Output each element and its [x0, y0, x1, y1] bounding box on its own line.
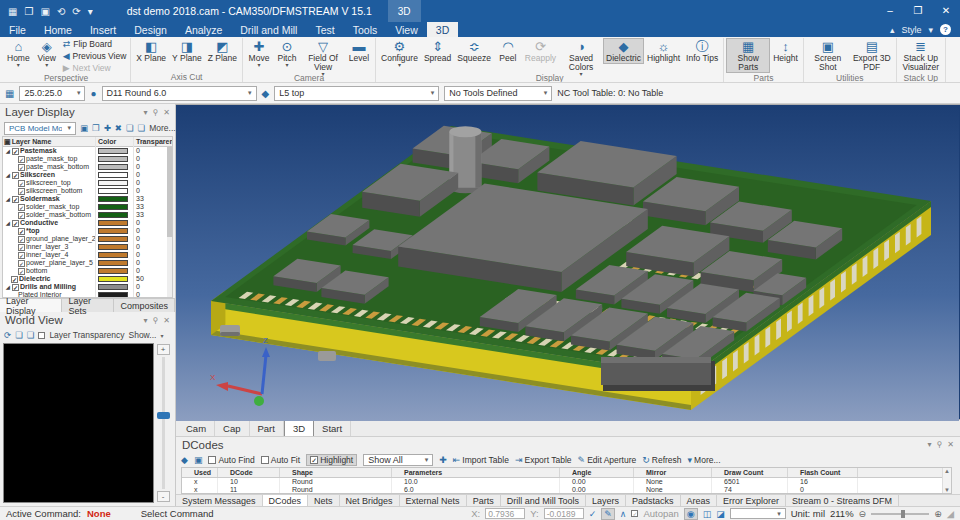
info-tips-button[interactable]: ⓘInfo Tips — [683, 38, 721, 64]
height-button[interactable]: ↕Height — [770, 38, 801, 64]
column-mirror[interactable]: Mirror — [634, 468, 712, 477]
layer-checkbox[interactable]: ✓ — [18, 228, 25, 235]
layer-checkbox[interactable]: ✓ — [18, 260, 25, 267]
layer-checkbox[interactable]: ✓ — [18, 188, 25, 195]
zoom-slider[interactable] — [871, 513, 929, 515]
world-view-zoom-track[interactable] — [162, 357, 165, 489]
layer-color-swatch[interactable] — [98, 204, 128, 210]
layer-checkbox[interactable]: ✓ — [18, 236, 25, 243]
layer-checkbox[interactable]: ✓ — [12, 148, 19, 155]
field-of-view-button[interactable]: ▽Field Of View▾ — [301, 38, 345, 78]
screen-shot-button[interactable]: ▣Screen Shot — [806, 38, 850, 73]
delete-icon[interactable]: ✖ — [115, 123, 122, 133]
layer-row[interactable]: ✓paste_mask_top0 — [3, 155, 172, 163]
zoom-in-icon[interactable]: ⊕ — [934, 509, 942, 519]
autopan-checkbox[interactable]: ✓ — [631, 510, 638, 517]
layer-color-swatch[interactable] — [98, 220, 128, 226]
layer-checkbox[interactable]: ✓ — [18, 244, 25, 251]
layer-checkbox[interactable]: ✓ — [11, 276, 18, 283]
view-button[interactable]: ◈View▾ — [33, 38, 61, 69]
x-plane-button[interactable]: ◧X Plane — [133, 38, 169, 64]
doc-tab-cap[interactable]: Cap — [215, 420, 249, 436]
world-view-zoom-in-button[interactable]: + — [157, 344, 170, 355]
app-icon[interactable]: ▦ — [8, 6, 17, 17]
3d-viewport[interactable]: XZ — [176, 104, 960, 420]
panel-pin-icon[interactable]: ⚲ — [936, 440, 942, 449]
layer-color-swatch[interactable] — [98, 188, 128, 194]
layer-checkbox[interactable]: ✓ — [18, 204, 25, 211]
expander-icon[interactable]: ◢ — [5, 147, 11, 155]
bottom-tab-net-bridges[interactable]: Net Bridges — [340, 495, 400, 506]
doc-tab-3d[interactable]: 3D — [284, 420, 314, 436]
export-table-button[interactable]: ⇥Export Table — [515, 455, 572, 465]
dcode-square-icon[interactable]: ▣ — [194, 455, 203, 465]
scroll-down-icon[interactable]: ▼ — [944, 487, 950, 493]
grid-size-combo[interactable]: 25.0:25.0▾ — [19, 86, 85, 101]
layer-checkbox[interactable]: ✓ — [18, 252, 25, 259]
column-draw-count[interactable]: Draw Count — [712, 468, 788, 477]
panel-dropdown-icon[interactable]: ▾ — [143, 316, 147, 325]
layer-row[interactable]: ✓solder_mask_bottom33 — [3, 211, 172, 219]
layer-row[interactable]: ◢✓Soldermask33 — [3, 195, 172, 203]
column-used[interactable]: Used — [182, 468, 218, 477]
layer-checkbox[interactable]: ✓ — [18, 164, 25, 171]
more-button[interactable]: ▾More... — [688, 455, 721, 465]
menu-drill-and-mill[interactable]: Drill and Mill — [231, 22, 306, 37]
layer-row[interactable]: ◢✓Conductive0 — [3, 219, 172, 227]
layer-checkbox[interactable]: ✓ — [12, 284, 19, 291]
layer-color-swatch[interactable] — [98, 196, 128, 202]
dcode-row[interactable]: x11Round6.00.00None740 — [182, 486, 951, 494]
select-all-icon[interactable]: ▣ — [4, 137, 11, 147]
expander-icon[interactable]: ◢ — [5, 171, 11, 179]
column-flash-count[interactable]: Flash Count — [788, 468, 858, 477]
dcode-diamond-icon[interactable]: ◆ — [181, 455, 188, 465]
layer-row[interactable]: ✓solder_mask_top33 — [3, 203, 172, 211]
menu-home[interactable]: Home — [35, 22, 81, 37]
column-shape[interactable]: Shape — [280, 468, 392, 477]
panel-pin-icon[interactable]: ⚲ — [152, 316, 158, 325]
doc-tab-cam[interactable]: Cam — [178, 420, 215, 436]
checkbox-highlight[interactable]: ✓Highlight — [306, 454, 357, 466]
y-plane-button[interactable]: ◨Y Plane — [169, 38, 205, 64]
bottom-tab-error-explorer[interactable]: Error Explorer — [717, 495, 786, 506]
bottom-tab-external-nets[interactable]: External Nets — [400, 495, 467, 506]
sidebar-tab-composites[interactable]: Composites — [114, 299, 175, 312]
layer-transparency-checkbox[interactable] — [38, 332, 45, 339]
squeeze-button[interactable]: ≎Squeeze — [454, 38, 494, 64]
panel-close-icon[interactable]: ✕ — [163, 316, 170, 325]
measure-angle-icon[interactable]: ∧ — [620, 509, 627, 519]
layer-checkbox[interactable]: ✓ — [12, 220, 19, 227]
layer-color-swatch[interactable] — [98, 244, 128, 250]
layer-color-swatch[interactable] — [98, 180, 128, 186]
dcode-row[interactable]: x10Round10.00.00None650116 — [182, 478, 951, 486]
panel-dropdown-icon[interactable]: ▾ — [927, 440, 931, 449]
minimize-button[interactable]: – — [876, 0, 904, 22]
stack-up-visualizer-button[interactable]: ≣Stack Up Visualizer — [899, 38, 943, 73]
bottom-tab-nets[interactable]: Nets — [308, 495, 340, 506]
bottom-tab-dcodes[interactable]: DCodes — [263, 495, 309, 506]
import-table-button[interactable]: ⇤Import Table — [453, 455, 509, 465]
zoom-slider-thumb[interactable] — [901, 510, 905, 518]
z-plane-button[interactable]: ◩Z Plane — [205, 38, 240, 64]
bottom-tab-stream-0-streams-dfm[interactable]: Stream 0 - Streams DFM — [786, 495, 899, 506]
layer-grid-scroll-thumb[interactable] — [167, 147, 172, 237]
layer-row[interactable]: ✓silkscreen_bottom0 — [3, 187, 172, 195]
menu-view[interactable]: View — [386, 22, 427, 37]
context-tab-3d[interactable]: 3D — [388, 0, 421, 22]
world-view-zoom-out-button[interactable]: - — [157, 491, 170, 502]
bottom-tab-padstacks[interactable]: Padstacks — [626, 495, 681, 506]
layer-row[interactable]: ✓silkscreen_top0 — [3, 179, 172, 187]
show-parts-button[interactable]: ▦Show Parts — [726, 38, 770, 73]
open-icon[interactable]: ❐ — [24, 6, 33, 17]
doc-tab-part[interactable]: Part — [250, 420, 284, 436]
flip-board-button[interactable]: ⇄Flip Board — [63, 39, 127, 49]
scroll-up-icon[interactable]: ▲ — [944, 468, 950, 474]
layer-row[interactable]: ✓inner_layer_30 — [3, 243, 172, 251]
add-dcode-icon[interactable]: ✚ — [439, 455, 447, 465]
add-icon[interactable]: ✚ — [104, 123, 111, 133]
pcb-model-mode-combo[interactable]: PCB Model Mode▾ — [4, 122, 76, 135]
panel-close-icon[interactable]: ✕ — [947, 440, 954, 449]
layer-checkbox[interactable]: ✓ — [12, 172, 19, 179]
dcode-combo[interactable]: D11 Round 6.0▾ — [102, 86, 257, 101]
dielectric-button[interactable]: ◆Dielectric — [603, 38, 644, 64]
